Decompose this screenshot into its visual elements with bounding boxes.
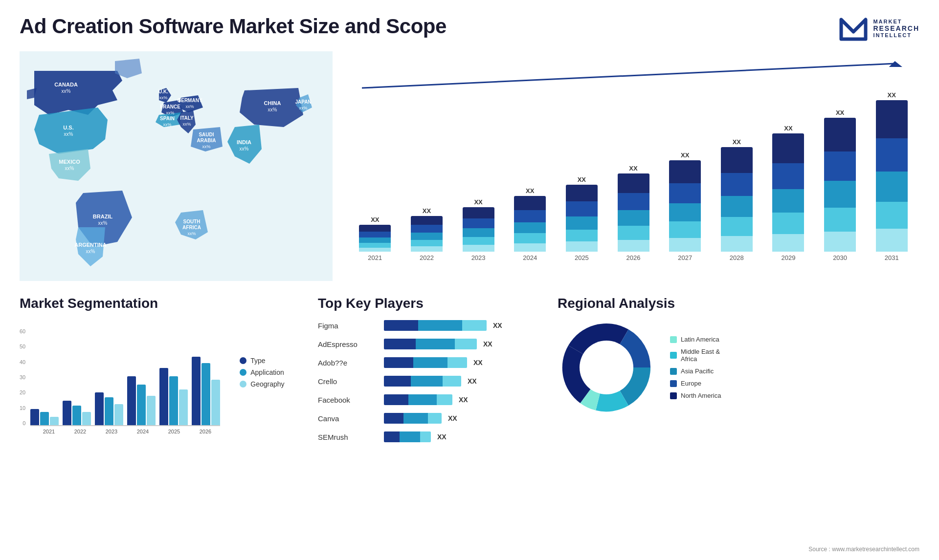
growth-bar-group: XX: [507, 187, 553, 252]
svg-text:GERMANY: GERMANY: [177, 98, 202, 103]
page-title: Ad Creation Software Market Size and Sco…: [20, 15, 447, 38]
svg-text:xx%: xx%: [159, 95, 167, 100]
legend-europe-label: Europe: [681, 380, 701, 387]
growth-bar-group: XX: [869, 91, 915, 252]
growth-bar-group: XX: [714, 138, 760, 252]
regional-legend: Latin America Middle East &Africa Asia P…: [670, 336, 721, 399]
segmentation-title: Market Segmentation: [20, 296, 303, 311]
regional-section: Regional Analysis: [558, 296, 919, 444]
regional-donut-chart: [558, 319, 655, 416]
svg-text:xx%: xx%: [182, 122, 191, 127]
growth-bar-group: XX: [817, 109, 863, 252]
seg-bar-group: [95, 392, 123, 425]
regional-title: Regional Analysis: [558, 296, 919, 311]
seg-bar-group: [63, 401, 91, 425]
legend-na-dot: [670, 392, 677, 399]
growth-bar-group: XX: [404, 207, 450, 252]
seg-bar-group: [192, 357, 220, 425]
svg-text:SOUTH: SOUTH: [183, 219, 201, 224]
logo-line2: RESEARCH: [873, 24, 919, 32]
svg-text:U.K.: U.K.: [158, 89, 168, 94]
player-semrush: SEMrush: [318, 430, 377, 444]
legend-na-label: North America: [681, 392, 721, 399]
player-figma: Figma: [318, 319, 377, 332]
svg-text:ARGENTINA: ARGENTINA: [74, 242, 106, 248]
logo-line1: MARKET: [873, 19, 919, 24]
player-adobe: Adob??e: [318, 356, 377, 369]
legend-geo-dot: [240, 381, 246, 388]
growth-bar-group: XX: [610, 165, 656, 252]
players-bars-list: XX XX: [384, 319, 543, 444]
svg-text:xx%: xx%: [65, 166, 74, 171]
seg-bar-group: [159, 368, 188, 425]
svg-text:ARABIA: ARABIA: [197, 138, 216, 143]
canada-label: CANADA: [54, 82, 78, 87]
svg-text:BRAZIL: BRAZIL: [93, 214, 113, 219]
legend-apac-dot: [670, 368, 677, 375]
legend-geo-label: Geography: [250, 380, 284, 388]
source-text: Source : www.marketresearchintellect.com: [808, 546, 919, 553]
svg-text:JAPAN: JAPAN: [295, 99, 311, 105]
svg-point-35: [580, 341, 633, 394]
svg-text:U.S.: U.S.: [63, 125, 73, 130]
world-map-section: CANADA xx% U.S. xx% MEXICO xx% BRAZIL xx…: [20, 51, 333, 286]
svg-text:xx%: xx%: [185, 104, 194, 109]
legend-mea-label: Middle East &Africa: [681, 348, 720, 363]
players-title: Top Key Players: [318, 296, 543, 311]
svg-text:xx%: xx%: [299, 106, 307, 110]
legend-type-label: Type: [250, 357, 265, 365]
svg-text:xx%: xx%: [187, 231, 196, 236]
svg-text:xx%: xx%: [86, 249, 95, 254]
svg-text:xx%: xx%: [166, 110, 174, 115]
legend-mea-dot: [670, 352, 677, 359]
segmentation-section: Market Segmentation 60 50 40 30 20 10 0: [20, 296, 303, 444]
seg-bar-group: [30, 409, 59, 425]
svg-text:xx%: xx%: [62, 88, 71, 94]
svg-text:SAUDI: SAUDI: [199, 132, 214, 137]
svg-text:AFRICA: AFRICA: [182, 225, 201, 230]
svg-text:xx%: xx%: [240, 146, 249, 151]
logo: MARKET RESEARCH INTELLECT: [839, 15, 919, 42]
player-adespresso: AdEspresso: [318, 337, 377, 351]
players-section: Top Key Players Figma AdEspresso Adob??e…: [318, 296, 543, 444]
players-names-list: Figma AdEspresso Adob??e Crello Facebook…: [318, 319, 377, 444]
legend-latin-dot: [670, 336, 677, 343]
growth-bar-group: XX: [352, 216, 398, 252]
svg-text:MEXICO: MEXICO: [59, 159, 80, 165]
growth-bar-group: XX: [662, 151, 708, 252]
player-crello: Crello: [318, 374, 377, 388]
svg-text:ITALY: ITALY: [180, 115, 194, 121]
logo-line3: INTELLECT: [873, 32, 919, 38]
player-facebook: Facebook: [318, 393, 377, 407]
svg-text:xx%: xx%: [64, 131, 73, 137]
svg-text:FRANCE: FRANCE: [160, 104, 180, 109]
growth-bar-group: XX: [559, 176, 605, 252]
growth-bar-group: XX: [765, 125, 811, 252]
legend-app-dot: [240, 369, 246, 376]
growth-bar-group: XX: [455, 198, 501, 252]
logo-icon: [839, 15, 868, 42]
legend-app-label: Application: [250, 368, 284, 376]
svg-text:xx%: xx%: [163, 122, 171, 127]
svg-text:INDIA: INDIA: [237, 139, 251, 145]
legend-latin-label: Latin America: [681, 336, 719, 343]
legend-europe-dot: [670, 380, 677, 387]
legend-type-dot: [240, 357, 246, 364]
growth-chart-section: XXXXXXXXXXXXXXXXXXXXXX 20212022202320242…: [347, 51, 919, 286]
svg-text:xx%: xx%: [268, 107, 277, 112]
world-map-svg: CANADA xx% U.S. xx% MEXICO xx% BRAZIL xx…: [20, 51, 333, 281]
svg-text:CHINA: CHINA: [264, 100, 281, 106]
svg-text:xx%: xx%: [202, 144, 210, 149]
svg-text:SPAIN: SPAIN: [160, 116, 175, 121]
legend-apac-label: Asia Pacific: [681, 367, 714, 375]
segmentation-legend: Type Application Geography: [240, 319, 284, 426]
growth-bars-container: XXXXXXXXXXXXXXXXXXXXXX: [347, 66, 919, 252]
player-canva: Canva: [318, 411, 377, 425]
seg-bar-group: [127, 376, 156, 425]
svg-marker-0: [841, 20, 866, 39]
svg-text:xx%: xx%: [98, 220, 108, 226]
